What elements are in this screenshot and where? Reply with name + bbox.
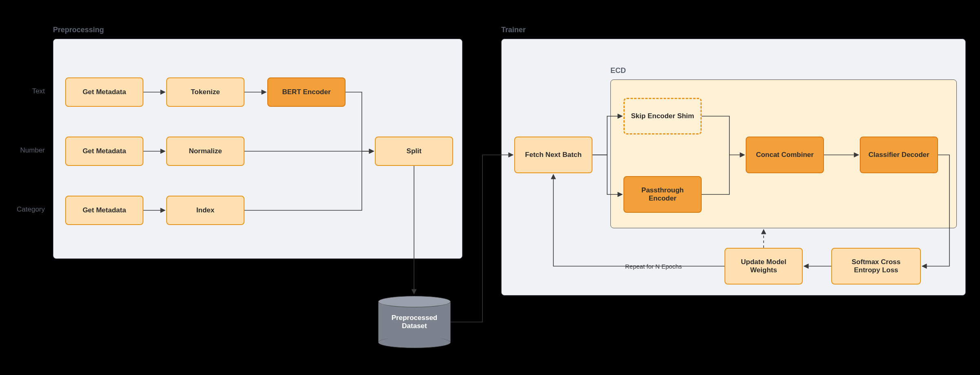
node-number-metadata: Get Metadata: [65, 137, 143, 166]
trainer-title: Trainer: [501, 26, 526, 34]
node-text-tokenize: Tokenize: [166, 77, 244, 107]
node-update-weights: Update Model Weights: [725, 248, 803, 285]
node-fetch-batch: Fetch Next Batch: [514, 137, 592, 173]
cylinder-dataset: Preprocessed Dataset: [378, 302, 451, 342]
node-skip-encoder: Skip Encoder Shim: [623, 98, 702, 135]
node-split: Split: [375, 137, 453, 166]
diagram-root: Preprocessing Text Number Category Get M…: [0, 0, 980, 375]
row-label-text: Text: [12, 87, 45, 95]
row-label-category: Category: [12, 205, 45, 214]
node-classifier-decoder: Classifier Decoder: [860, 137, 938, 173]
node-passthrough-encoder: Passthrough Encoder: [623, 176, 702, 213]
node-category-metadata: Get Metadata: [65, 196, 143, 225]
node-number-normalize: Normalize: [166, 137, 244, 166]
edge-label-repeat: Repeat for N Epochs: [623, 263, 683, 270]
node-concat-combiner: Concat Combiner: [746, 137, 824, 173]
node-category-index: Index: [166, 196, 244, 225]
node-loss: Softmax Cross Entropy Loss: [831, 248, 921, 285]
node-text-metadata: Get Metadata: [65, 77, 143, 107]
node-text-bert: BERT Encoder: [267, 77, 346, 107]
preprocessing-title: Preprocessing: [53, 26, 104, 34]
row-label-number: Number: [12, 146, 45, 154]
cylinder-label: Preprocessed Dataset: [379, 314, 450, 331]
ecd-title: ECD: [610, 66, 626, 75]
